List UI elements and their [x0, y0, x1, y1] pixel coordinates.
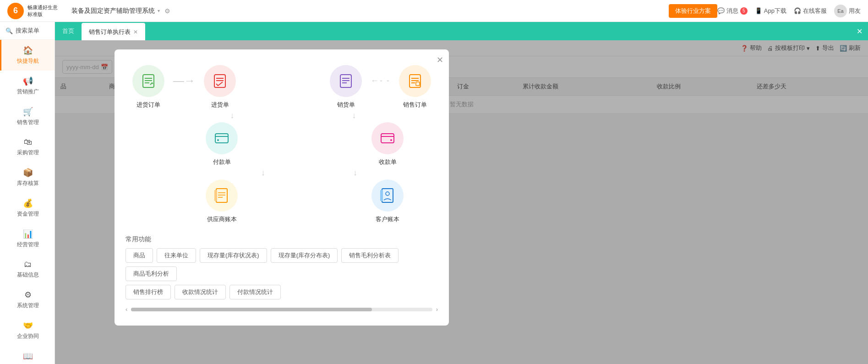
sidebar-item-purchase[interactable]: 🛍 采购管理	[0, 132, 55, 162]
purchase-bill-circle	[204, 65, 236, 97]
common-btn-partner[interactable]: 往来单位	[157, 248, 196, 263]
search-icon: 🔍	[5, 27, 13, 34]
sales-order-circle	[399, 65, 431, 97]
flow-section: 进货订单 —→	[126, 60, 438, 231]
message-icon: 💬	[717, 7, 725, 14]
sidebar: 🔍 搜索菜单 🏠 快捷导航 📢 营销推广 🛒 销售管理 🛍 采购管理 📦	[0, 22, 55, 364]
modal-overlay: ✕ 进货订单	[55, 40, 868, 364]
sidebar-item-operations[interactable]: 📊 经营管理	[0, 223, 55, 254]
tab-home[interactable]: 首页	[55, 22, 82, 40]
common-btn-sales-rank[interactable]: 销售排行榜	[126, 285, 171, 299]
tab-bar: 首页 销售订单执行表 ✕ ✕	[55, 22, 868, 40]
logo-area: 6 畅康通好生意 标准版	[7, 3, 62, 19]
receipt-circle	[371, 122, 404, 154]
svg-point-18	[217, 139, 219, 141]
system-icon: ⚙	[24, 290, 32, 300]
flow-node-payment[interactable]: 付款单	[199, 122, 245, 166]
home-icon: 🏠	[23, 45, 33, 55]
experience-btn[interactable]: 体验行业方案	[669, 4, 717, 18]
main-layout: 🔍 搜索菜单 🏠 快捷导航 📢 营销推广 🛒 销售管理 🛍 采购管理 📦	[0, 22, 868, 364]
common-section: 常用功能 商品 往来单位 现存量(库存状况表) 现存量(库存分布表) 销售毛利分…	[126, 231, 438, 304]
svg-rect-16	[215, 134, 228, 143]
svg-rect-15	[416, 82, 420, 86]
tab-sales-order[interactable]: 销售订单执行表 ✕	[82, 23, 145, 41]
online-service-item[interactable]: 🎧 在线客服	[794, 7, 827, 15]
phone-icon: 📱	[755, 7, 762, 14]
flow-row-1: 进货订单 —→	[126, 65, 438, 109]
sidebar-search[interactable]: 🔍 搜索菜单	[0, 22, 55, 40]
basic-info-icon: 🗂	[24, 260, 32, 269]
flow-arrows-down: ↓ ↓	[126, 109, 438, 122]
finance-icon: 💰	[23, 198, 33, 208]
scrollbar-track[interactable]	[131, 308, 432, 311]
svg-point-29	[386, 192, 389, 196]
top-bar: 6 畅康通好生意 标准版 装备及固定资产辅助管理系统 ▾ ⚙ 体验行业方案 💬 …	[0, 0, 868, 22]
flow-node-supplier-ledger[interactable]: 供应商账本	[199, 179, 245, 223]
common-btn-product[interactable]: 商品	[126, 248, 153, 263]
user-item[interactable]: Ea 用友	[834, 5, 861, 17]
common-btn-receipt-stats[interactable]: 收款情况统计	[175, 285, 226, 299]
common-btn-stock-dist[interactable]: 现存量(库存分布表)	[271, 248, 338, 263]
payment-circle	[206, 122, 238, 154]
scroll-left-btn[interactable]: ‹	[126, 306, 127, 313]
tab-close-btn[interactable]: ✕	[133, 29, 138, 35]
arrow-dashed: ←- -	[371, 76, 390, 86]
svg-rect-22	[216, 189, 227, 202]
logo-icon: 6	[7, 3, 24, 19]
sidebar-item-basic-info[interactable]: 🗂 基础信息	[0, 254, 55, 284]
svg-rect-23	[214, 190, 217, 201]
sidebar-item-system[interactable]: ⚙ 系统管理	[0, 284, 55, 315]
customer-ledger-circle	[371, 179, 404, 212]
common-btn-sales-margin[interactable]: 销售毛利分析表	[341, 248, 399, 263]
sidebar-item-enterprise[interactable]: 🤝 企业协同	[0, 315, 55, 346]
sidebar-item-sales[interactable]: 🛒 销售管理	[0, 101, 55, 132]
modal-close-btn[interactable]: ✕	[437, 55, 443, 65]
app-download-item[interactable]: 📱 App下载	[755, 7, 786, 15]
sidebar-item-finance[interactable]: 💰 资金管理	[0, 193, 55, 223]
marketing-icon: 📢	[23, 76, 33, 86]
sidebar-item-marketing[interactable]: 📢 营销推广	[0, 71, 55, 101]
flow-node-customer-ledger[interactable]: 客户账本	[365, 179, 410, 223]
newbie-icon: 📖	[23, 351, 33, 361]
message-item[interactable]: 💬 消息 5	[717, 7, 748, 15]
svg-point-21	[390, 139, 392, 141]
common-btn-stock-status[interactable]: 现存量(库存状况表)	[200, 248, 267, 263]
flow-node-receipt[interactable]: 收款单	[365, 122, 410, 166]
content-area: 首页 销售订单执行表 ✕ ✕ ❓ 帮助 🖨	[55, 22, 868, 364]
modal-box: ✕ 进货订单	[115, 49, 449, 326]
flow-node-purchase-order[interactable]: 进货订单	[126, 65, 171, 109]
svg-rect-19	[381, 134, 394, 143]
sidebar-item-newbie[interactable]: 📖 新手引导	[0, 346, 55, 364]
supplier-ledger-circle	[206, 179, 238, 212]
common-btn-product-margin[interactable]: 商品毛利分析	[126, 266, 177, 281]
scrollbar-thumb	[131, 308, 372, 311]
common-btn-payment-stats[interactable]: 付款情况统计	[229, 285, 281, 299]
flow-node-purchase-bill[interactable]: 进货单	[197, 65, 243, 109]
sidebar-item-inventory[interactable]: 📦 库存核算	[0, 162, 55, 193]
logo-text: 畅康通好生意 标准版	[27, 4, 58, 17]
scrollbar-row: ‹ ›	[126, 304, 438, 315]
flow-arrows-down-2: ↓ ↓	[126, 166, 438, 179]
dropdown-icon[interactable]: ▾	[158, 8, 160, 13]
avatar: Ea	[834, 5, 847, 17]
common-btns-row-2: 销售排行榜 收款情况统计 付款情况统计	[126, 285, 438, 299]
service-icon: 🎧	[794, 7, 801, 14]
common-btns-row-1: 商品 往来单位 现存量(库存状况表) 现存量(库存分布表) 销售毛利分析表 商品…	[126, 248, 438, 281]
enterprise-icon: 🤝	[23, 321, 33, 331]
flow-row-3: 供应商账本 客户账本	[126, 179, 438, 223]
content-close-btn[interactable]: ✕	[857, 27, 863, 36]
gear-icon[interactable]: ⚙	[164, 7, 170, 15]
flow-row-2: 付款单 收款单	[126, 122, 438, 166]
inventory-icon: 📦	[23, 168, 33, 178]
arrow-1: —→	[173, 74, 195, 87]
sidebar-item-quick-nav[interactable]: 🏠 快捷导航	[0, 40, 55, 71]
scroll-right-btn[interactable]: ›	[436, 306, 438, 313]
flow-node-sales-bill[interactable]: 销货单	[323, 65, 369, 109]
purchase-icon: 🛍	[24, 137, 32, 147]
sales-bill-circle	[330, 65, 362, 97]
flow-node-sales-order[interactable]: 销售订单	[392, 65, 438, 109]
svg-rect-28	[380, 190, 383, 201]
app-container: 6 畅康通好生意 标准版 装备及固定资产辅助管理系统 ▾ ⚙ 体验行业方案 💬 …	[0, 0, 868, 364]
page-content: ❓ 帮助 🖨 按模板打印 ▾ ⬆ 导出 🔄 刷新	[55, 40, 868, 364]
system-title: 装备及固定资产辅助管理系统 ▾ ⚙	[62, 7, 664, 15]
